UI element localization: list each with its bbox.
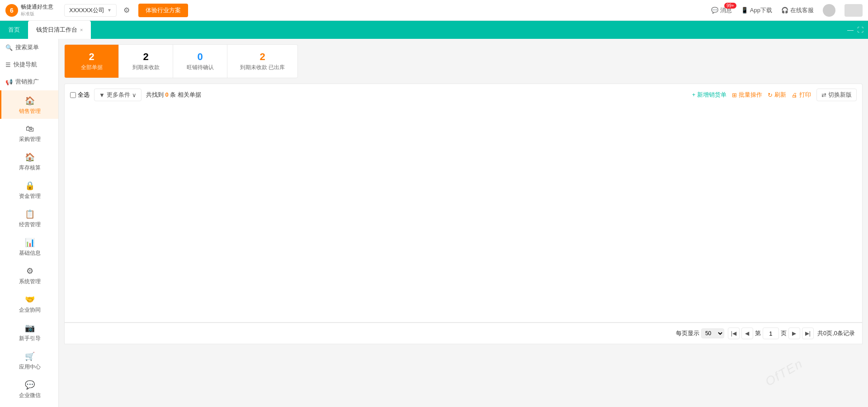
trial-button[interactable]: 体验行业方案: [138, 4, 188, 17]
page-last-button[interactable]: ▶|: [802, 327, 814, 339]
inventory-icon: 🏠: [25, 152, 35, 162]
sidebar-item-purchase[interactable]: 🛍 采购管理: [0, 119, 58, 147]
sidebar-item-wechat[interactable]: 💬 企业微信: [0, 374, 58, 403]
stat-label-overdue: 到期未收款: [132, 64, 160, 71]
stat-number-overdue-shipped: 2: [240, 51, 285, 63]
stat-label-pending: 旺铺待确认: [186, 64, 214, 71]
page-next-button[interactable]: ▶: [788, 327, 800, 339]
table-area: [64, 106, 863, 323]
page-first-button[interactable]: |◀: [728, 327, 740, 339]
content-area: 2 全部单据 2 到期未收款 0 旺铺待确认 2 到期未收款 已出库 全选: [59, 39, 868, 407]
headset-icon: 🎧: [781, 7, 788, 14]
nav-tabs-actions: — ⛶: [847, 26, 868, 33]
logo-text: 畅捷通好生意 标准版: [21, 4, 53, 17]
batch-icon: ⊞: [732, 92, 737, 98]
tab-close-icon[interactable]: ×: [80, 27, 83, 33]
sidebar-item-system[interactable]: ⚙ 系统管理: [0, 261, 58, 289]
add-sales-order-button[interactable]: + 新增销货单: [692, 91, 726, 99]
batch-operation-button[interactable]: ⊞ 批量操作: [732, 91, 762, 99]
page-label-end: 页: [781, 329, 787, 337]
tab-minimize-button[interactable]: —: [847, 26, 854, 33]
quick-nav-icon: ☰: [5, 61, 11, 68]
pagination-bar: 每页显示 50 10 20 100 |◀ ◀ 第 页 ▶ ▶| 共0页,0条记录: [64, 323, 863, 344]
sidebar-item-cooperation[interactable]: 🤝 企业协同: [0, 289, 58, 318]
refresh-button[interactable]: ↻ 刷新: [768, 91, 786, 99]
stat-number-pending: 0: [186, 51, 214, 63]
found-count: 0: [165, 91, 169, 98]
switch-version-button[interactable]: ⇄ 切换新版: [816, 89, 857, 101]
sidebar-item-basicinfo[interactable]: 📊 基础信息: [0, 232, 58, 261]
system-icon: ⚙: [26, 266, 33, 276]
nav-tabs: 首页 钱货日清工作台 × — ⛶: [0, 21, 868, 39]
found-text: 共找到 0 条 相关单据: [146, 91, 201, 99]
basicinfo-icon: 📊: [25, 238, 35, 248]
cooperation-icon: 🤝: [25, 295, 35, 304]
marketing-icon: 📢: [5, 79, 13, 85]
message-badge: 99+: [724, 3, 736, 9]
purchase-icon: 🛍: [26, 124, 34, 134]
page-label: 第: [755, 329, 761, 337]
company-dropdown-arrow: ▼: [107, 8, 112, 13]
online-service-item[interactable]: 🎧 在线客服: [781, 6, 814, 14]
sales-icon: 🏠: [25, 96, 35, 106]
phone-icon: 📱: [741, 7, 748, 14]
appcenter-icon: 🛒: [25, 351, 35, 361]
stat-card-pending[interactable]: 0 旺铺待确认: [173, 45, 227, 78]
stat-label-all: 全部单据: [77, 64, 106, 71]
company-selector[interactable]: XXXXXX公司 ▼: [64, 4, 117, 17]
search-icon: 🔍: [5, 44, 13, 51]
avatar[interactable]: [823, 4, 835, 17]
toolbar-left: 全选 ▼ 更多条件 ∨ 共找到 0 条 相关单据: [70, 89, 201, 101]
header-right: 💬 消息 99+ 📱 App下载 🎧 在线客服: [711, 4, 863, 17]
settings-button[interactable]: ⚙: [120, 4, 133, 17]
refresh-icon: ↻: [768, 92, 773, 98]
sidebar-item-inventory[interactable]: 🏠 库存核算: [0, 147, 58, 175]
filter-chevron-icon: ∨: [132, 92, 137, 98]
print-button[interactable]: 🖨 打印: [792, 91, 811, 99]
select-all-checkbox[interactable]: [70, 92, 76, 98]
sidebar-item-sales[interactable]: 🏠 销售管理: [0, 90, 58, 119]
select-all-label[interactable]: 全选: [70, 91, 90, 99]
sidebar-item-member[interactable]: V 畅会员: [0, 403, 58, 407]
sidebar: 🔍 搜索菜单 ☰ 快捷导航 📢 营销推广 🏠 销售管理 🛍 采购管理 🏠 库存核…: [0, 39, 59, 407]
top-header: 6 畅捷通好生意 标准版 XXXXXX公司 ▼ ⚙ 体验行业方案 💬 消息 99…: [0, 0, 868, 21]
sidebar-item-capital[interactable]: 🔒 资金管理: [0, 175, 58, 204]
user-menu[interactable]: [844, 4, 863, 17]
stat-card-overdue-shipped[interactable]: 2 到期未收款 已出库: [227, 45, 297, 78]
guide-icon: 📷: [25, 323, 35, 333]
operations-icon: 📋: [25, 209, 35, 219]
sidebar-item-operations[interactable]: 📋 经营管理: [0, 204, 58, 232]
filter-icon: ▼: [99, 92, 105, 98]
sidebar-item-appcenter[interactable]: 🛒 应用中心: [0, 346, 58, 374]
wechat-icon: 💬: [25, 380, 35, 390]
main-layout: 🔍 搜索菜单 ☰ 快捷导航 📢 营销推广 🏠 销售管理 🛍 采购管理 🏠 库存核…: [0, 39, 868, 407]
print-icon: 🖨: [792, 92, 797, 98]
tab-home[interactable]: 首页: [0, 21, 28, 39]
page-number-input[interactable]: [763, 327, 779, 339]
sidebar-item-guide[interactable]: 📷 新手引导: [0, 318, 58, 346]
stat-card-all[interactable]: 2 全部单据: [65, 45, 119, 78]
capital-icon: 🔒: [25, 181, 35, 191]
sidebar-marketing[interactable]: 📢 营销推广: [0, 73, 58, 90]
tab-expand-button[interactable]: ⛶: [857, 26, 863, 33]
total-records-text: 共0页,0条记录: [817, 329, 855, 337]
sidebar-search[interactable]: 🔍 搜索菜单: [0, 39, 58, 56]
stat-card-overdue[interactable]: 2 到期未收款: [119, 45, 173, 78]
stats-row: 2 全部单据 2 到期未收款 0 旺铺待确认 2 到期未收款 已出库: [64, 44, 298, 78]
app-download-label: App下载: [750, 6, 772, 14]
message-icon: 💬: [711, 7, 718, 14]
app-download-item[interactable]: 📱 App下载: [741, 6, 772, 14]
page-size-selector[interactable]: 每页显示 50 10 20 100: [676, 328, 724, 338]
message-item[interactable]: 💬 消息 99+: [711, 6, 732, 14]
toolbar-right: + 新增销货单 ⊞ 批量操作 ↻ 刷新 🖨 打印 ⇄ 切换新版: [692, 89, 857, 101]
sidebar-quick-nav[interactable]: ☰ 快捷导航: [0, 56, 58, 73]
logo-area: 6 畅捷通好生意 标准版: [5, 4, 64, 17]
stat-number-overdue: 2: [132, 51, 160, 63]
filter-button[interactable]: ▼ 更多条件 ∨: [94, 89, 142, 101]
stat-label-overdue-shipped: 到期未收款 已出库: [240, 64, 285, 71]
page-size-select[interactable]: 50 10 20 100: [701, 328, 724, 338]
page-prev-button[interactable]: ◀: [741, 327, 753, 339]
company-name: XXXXXX公司: [69, 6, 104, 14]
tab-active[interactable]: 钱货日清工作台 ×: [28, 21, 91, 39]
page-navigation: |◀ ◀ 第 页 ▶ ▶|: [728, 327, 814, 339]
